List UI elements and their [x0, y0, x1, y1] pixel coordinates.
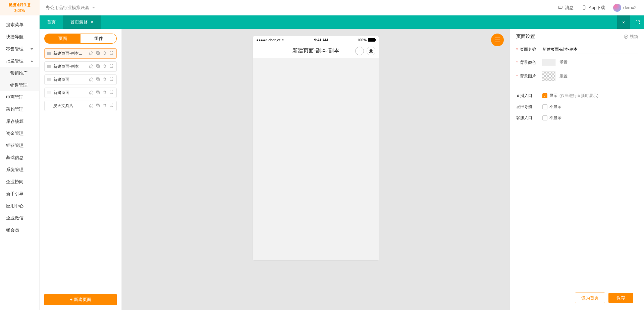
- fullscreen-button[interactable]: [631, 15, 644, 29]
- messages-button[interactable]: 消息: [558, 5, 574, 11]
- sidebar-item-baseinfo[interactable]: 基础信息: [0, 152, 39, 164]
- reset-bg-image[interactable]: 重置: [559, 73, 568, 79]
- copy-icon[interactable]: [96, 90, 100, 96]
- phone-body[interactable]: [253, 58, 379, 260]
- segment-component[interactable]: 组件: [80, 34, 116, 43]
- service-checkbox[interactable]: [542, 115, 547, 120]
- external-icon[interactable]: [109, 77, 114, 83]
- target-icon[interactable]: ◉: [367, 47, 375, 55]
- reset-bg-color[interactable]: 重置: [559, 60, 568, 65]
- home-icon[interactable]: [89, 51, 94, 56]
- home-icon[interactable]: [89, 90, 94, 96]
- sidebar-item-system[interactable]: 系统管理: [0, 164, 39, 176]
- brand-edition: 标准版: [14, 8, 25, 13]
- sidebar-item-operation[interactable]: 经营管理: [0, 140, 39, 152]
- sidebar-item-inventory[interactable]: 库存核算: [0, 115, 39, 127]
- bg-color-swatch[interactable]: [542, 59, 555, 66]
- page-list-item[interactable]: 昊天文具店: [44, 101, 117, 111]
- app-download-label: App下载: [589, 5, 605, 11]
- preview-canvas: ●●●●○ chanjet ᯤ 9:41 AM 100% 新建页面-副本-副本 …: [122, 29, 510, 310]
- sidebar-item-search[interactable]: 搜索菜单: [0, 19, 39, 31]
- user-menu[interactable]: demo2: [613, 4, 637, 12]
- drag-handle-icon[interactable]: [47, 92, 51, 94]
- external-icon[interactable]: [109, 103, 114, 109]
- more-icon[interactable]: ⋯: [355, 47, 364, 55]
- copy-icon[interactable]: [96, 51, 100, 56]
- copy-icon[interactable]: [96, 103, 100, 109]
- external-icon[interactable]: [109, 51, 114, 56]
- sidebar-item-quicknav[interactable]: 快捷导航: [0, 31, 39, 43]
- topbar: 畅捷通好生意 标准版 办公用品行业模拟账套 消息 App下载 demo2: [0, 0, 644, 15]
- sidebar-item-ecommerce[interactable]: 电商管理: [0, 91, 39, 103]
- tab-page-editor[interactable]: 首页装修 ×: [63, 15, 101, 29]
- page-list-item[interactable]: 新建页面: [44, 88, 117, 98]
- sidebar-item-guide[interactable]: 新手引导: [0, 188, 39, 200]
- drag-handle-icon[interactable]: [47, 105, 51, 107]
- svg-point-12: [624, 35, 628, 38]
- sidebar-item-retail[interactable]: 零售管理: [0, 43, 39, 55]
- copy-icon[interactable]: [96, 64, 100, 69]
- row-bg-image: * 背景图片 重置: [516, 71, 638, 81]
- save-button[interactable]: 保存: [608, 293, 633, 303]
- copy-icon[interactable]: [96, 77, 100, 83]
- chevron-down-icon: [92, 7, 95, 8]
- delete-icon[interactable]: [102, 90, 107, 96]
- user-name: demo2: [623, 5, 637, 10]
- home-icon[interactable]: [89, 64, 94, 69]
- sidebar-sub-marketing[interactable]: 营销推广: [0, 67, 39, 79]
- bottomnav-checkbox[interactable]: [542, 104, 547, 109]
- drag-handle-icon[interactable]: [47, 79, 51, 81]
- new-page-button[interactable]: + 新建页面: [44, 294, 117, 305]
- home-icon[interactable]: [89, 77, 94, 83]
- sidebar-item-purchase[interactable]: 采购管理: [0, 103, 39, 115]
- phone-title-bar: 新建页面-副本-副本 ⋯ ◉: [253, 44, 379, 58]
- page-item-name: 昊天文具店: [53, 103, 86, 109]
- toggle-panel-button[interactable]: [491, 34, 504, 46]
- row-bg-color: * 背景颜色 重置: [516, 59, 638, 66]
- chevron-down-icon: [31, 48, 33, 50]
- sidebar: 搜索菜单 快捷导航 零售管理 批发管理 营销推广 销售管理 电商管理 采购管理 …: [0, 15, 40, 310]
- close-icon[interactable]: ×: [91, 19, 93, 25]
- sidebar-item-collab[interactable]: 企业协同: [0, 176, 39, 188]
- page-item-name: 新建页面: [53, 77, 86, 83]
- account-dropdown[interactable]: 办公用品行业模拟账套: [46, 5, 95, 11]
- sidebar-item-member[interactable]: 畅会员: [0, 224, 39, 236]
- drag-handle-icon[interactable]: [47, 65, 51, 68]
- battery-icon: [368, 38, 375, 42]
- page-list-item[interactable]: 新建页面-副本...: [44, 48, 117, 59]
- page-name-input[interactable]: [542, 46, 638, 53]
- phone-page-title: 新建页面-副本-副本: [292, 47, 339, 54]
- delete-icon[interactable]: [102, 51, 107, 56]
- drag-handle-icon[interactable]: [47, 52, 51, 55]
- sidebar-item-finance[interactable]: 资金管理: [0, 127, 39, 140]
- page-item-name: 新建页面: [53, 90, 86, 96]
- segment-control: 页面 组件: [44, 34, 117, 44]
- page-list-item[interactable]: 新建页面: [44, 74, 117, 85]
- set-home-button[interactable]: 设为首页: [575, 293, 605, 303]
- sidebar-item-wechat[interactable]: 企业微信: [0, 212, 39, 224]
- sidebar-sub-sales[interactable]: 销售管理: [0, 79, 39, 91]
- message-icon: [558, 5, 563, 10]
- page-settings-panel: 页面设置 视频 * 页面名称 * 背景颜色 重置: [510, 29, 644, 310]
- external-icon[interactable]: [109, 90, 114, 96]
- segment-page[interactable]: 页面: [45, 34, 80, 43]
- home-icon[interactable]: [89, 103, 94, 109]
- live-checkbox[interactable]: [542, 93, 547, 98]
- sidebar-item-appcenter[interactable]: 应用中心: [0, 200, 39, 212]
- external-icon[interactable]: [109, 64, 114, 69]
- page-list-item[interactable]: 新建页面-副本: [44, 61, 117, 72]
- delete-icon[interactable]: [102, 77, 107, 83]
- svg-rect-3: [96, 51, 99, 54]
- video-link[interactable]: 视频: [624, 34, 638, 40]
- delete-icon[interactable]: [102, 64, 107, 69]
- row-live-entry: 直播入口 显示 (仅当进行直播时展示): [516, 93, 638, 99]
- account-name: 办公用品行业模拟账套: [46, 5, 89, 11]
- tab-close-all-button[interactable]: ×: [617, 15, 630, 29]
- app-download-button[interactable]: App下载: [582, 5, 605, 11]
- brand-logo: 畅捷通好生意 标准版: [0, 0, 40, 15]
- sidebar-item-wholesale[interactable]: 批发管理: [0, 55, 39, 67]
- main: 首页 首页装修 × × 页面 组件 新建页面-副本...新建页面-副本新建页面新…: [40, 15, 644, 310]
- delete-icon[interactable]: [102, 103, 107, 109]
- tab-home[interactable]: 首页: [40, 15, 63, 29]
- bg-image-swatch[interactable]: [542, 71, 555, 81]
